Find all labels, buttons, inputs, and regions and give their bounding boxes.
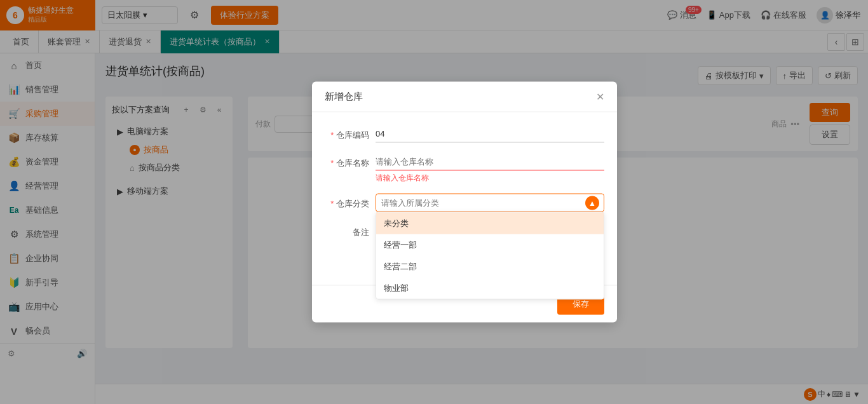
form-row-code: * 仓库编码 — [325, 125, 604, 143]
dialog-title: 新增仓库 — [325, 91, 363, 103]
dropdown-item-property[interactable]: 物业部 — [376, 278, 604, 299]
category-field-wrap: ▲ 未分类 经营一部 经营二部 物业部 — [376, 194, 604, 212]
form-row-name: * 仓库名称 请输入仓库名称 — [325, 153, 604, 184]
category-dropdown: 未分类 经营一部 经营二部 物业部 — [376, 212, 604, 300]
dropdown-item-dept1[interactable]: 经营一部 — [376, 234, 604, 256]
dialog-body: * 仓库编码 * 仓库名称 请输入仓库名称 * 仓库分类 — [312, 112, 617, 285]
name-input[interactable] — [376, 153, 604, 171]
category-label: * 仓库分类 — [325, 194, 376, 210]
dropdown-item-unclassified[interactable]: 未分类 — [376, 213, 604, 234]
name-label: * 仓库名称 — [325, 153, 376, 169]
name-required-mark: * — [330, 158, 334, 168]
notes-label: 备注 — [325, 222, 376, 238]
code-required-mark: * — [330, 130, 334, 140]
code-label: * 仓库编码 — [325, 125, 376, 141]
name-error-text: 请输入仓库名称 — [376, 173, 604, 184]
name-field-wrap: 请输入仓库名称 — [376, 153, 604, 184]
form-row-category: * 仓库分类 ▲ 未分类 经营一部 经营二部 物业部 — [325, 194, 604, 212]
dropdown-item-dept2[interactable]: 经营二部 — [376, 256, 604, 278]
code-input[interactable] — [376, 125, 604, 143]
dialog-close-button[interactable]: ✕ — [596, 91, 604, 103]
dialog-header: 新增仓库 ✕ — [312, 82, 617, 112]
category-input[interactable] — [376, 194, 604, 212]
code-field-wrap — [376, 125, 604, 143]
category-select-arrow[interactable]: ▲ — [585, 196, 599, 210]
add-warehouse-dialog: 新增仓库 ✕ * 仓库编码 * 仓库名称 请输入仓库名称 — [312, 82, 617, 323]
category-required-mark: * — [330, 199, 334, 208]
